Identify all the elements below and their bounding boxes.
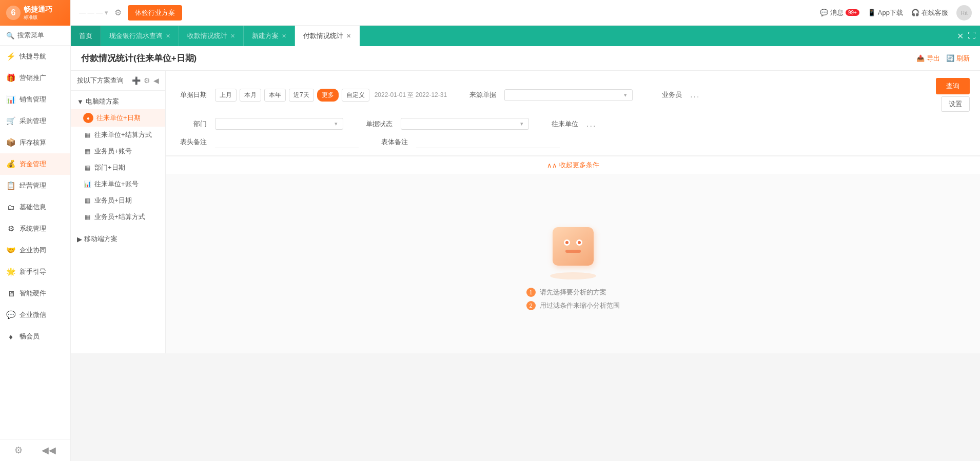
search-label: 搜索菜单 — [17, 31, 44, 40]
tab-close-all-icon[interactable]: ✕ — [957, 31, 964, 41]
tab-cashflow-close[interactable]: ✕ — [166, 33, 170, 39]
header-gear-icon[interactable]: ⚙ — [114, 8, 122, 17]
collapse-conditions-btn[interactable]: ∧∧ 收起更多条件 — [166, 156, 980, 174]
empty-tip-2: 2 用过滤条件来缩小分析范围 — [526, 301, 620, 310]
scheme-staff-date[interactable]: ▦ 业务员+日期 — [71, 192, 165, 209]
tab-collection-close[interactable]: ✕ — [230, 33, 235, 39]
mobile-group-title[interactable]: ▶ 移动端方案 — [71, 231, 165, 247]
settings-btn[interactable]: 设置 — [941, 96, 970, 112]
data-section: 1 请先选择要分析的方案 2 用过滤条件来缩小分析范围 — [166, 174, 980, 353]
logo-text: 畅捷通巧 标准版 — [24, 5, 52, 21]
tab-cashflow-label: 现金银行流水查询 — [109, 31, 163, 41]
header-note-input[interactable] — [215, 136, 359, 148]
messages-btn[interactable]: 💬 消息 99+ — [820, 8, 859, 17]
refresh-icon: 🔄 — [946, 54, 954, 62]
settings-footer-icon[interactable]: ⚙ — [14, 445, 23, 456]
robot-mouth — [565, 250, 581, 253]
sidebar-item-corp[interactable]: 🤝 企业协同 — [0, 239, 70, 261]
scheme-unit-account-label: 往来单位+账号 — [94, 179, 139, 189]
sidebar-item-hardware[interactable]: 🖥 智能硬件 — [0, 283, 70, 304]
dept-label: 部门 — [176, 119, 207, 129]
sidebar-item-basic[interactable]: 🗂 基础信息 — [0, 196, 70, 218]
date-btn-this-month[interactable]: 本月 — [240, 89, 261, 102]
date-btn-7days[interactable]: 近7天 — [289, 89, 314, 102]
inventory-label: 库存核算 — [19, 138, 46, 147]
breadcrumb: — — — ▾ — [79, 9, 108, 16]
tab-collection[interactable]: 收款情况统计 ✕ — [179, 26, 244, 46]
sidebar-item-system[interactable]: ⚙ 系统管理 — [0, 218, 70, 239]
breadcrumb-chevron[interactable]: ▾ — [105, 9, 108, 16]
breadcrumb-path: — — — — [79, 9, 103, 16]
unit-dots-btn[interactable]: ... — [586, 119, 596, 129]
date-btn-custom[interactable]: 自定义 — [342, 89, 369, 102]
app-download-btn[interactable]: 📱 App下载 — [868, 8, 903, 17]
tab-payment-stats-close[interactable]: ✕ — [346, 33, 351, 39]
date-btn-more[interactable]: 更多 — [317, 89, 339, 102]
date-btn-this-year[interactable]: 本年 — [264, 89, 286, 102]
tab-controls: ✕ ⛶ — [953, 31, 980, 41]
sidebar-item-wechat[interactable]: 💬 企业微信 — [0, 304, 70, 326]
page-title-bar: 付款情况统计(往来单位+日期) 📤 导出 🔄 刷新 — [71, 46, 980, 71]
tab-cashflow[interactable]: 现金银行流水查询 ✕ — [101, 26, 179, 46]
sidebar-item-inventory[interactable]: 📦 库存核算 — [0, 132, 70, 153]
mobile-scheme-group: ▶ 移动端方案 — [71, 228, 165, 250]
tab-home[interactable]: 首页 — [71, 26, 101, 46]
basic-icon: 🗂 — [6, 203, 15, 212]
content-layout: 按以下方案查询 ➕ ⚙ ◀ ▼ 电脑端方案 ● 往来单位+日期 — [71, 71, 980, 353]
tip-text-2: 用过滤条件来缩小分析范围 — [540, 301, 620, 310]
export-label: 导出 — [927, 54, 940, 63]
sidebar-item-purchase[interactable]: 🛒 采购管理 — [0, 110, 70, 132]
guide-label: 新手引导 — [19, 267, 46, 276]
add-scheme-btn[interactable]: ➕ — [132, 76, 141, 85]
search-menu[interactable]: 🔍 搜索菜单 — [0, 26, 70, 46]
logo-icon: 6 — [6, 6, 21, 20]
status-select[interactable] — [401, 118, 529, 130]
scheme-collapse-btn[interactable]: ◀ — [153, 76, 159, 85]
scheme-unit-account[interactable]: 📊 往来单位+账号 — [71, 176, 165, 192]
sidebar-item-operation[interactable]: 📋 经营管理 — [0, 175, 70, 196]
sidebar-item-marketing[interactable]: 🎁 营销推广 — [0, 67, 70, 89]
refresh-btn[interactable]: 🔄 刷新 — [946, 54, 970, 63]
collapse-label: 收起更多条件 — [559, 161, 599, 170]
unit-label: 往来单位 — [547, 119, 578, 129]
desktop-scheme-group: ▼ 电脑端方案 ● 往来单位+日期 ▦ 往来单位+结算方式 ▦ 业务员+账号 — [71, 91, 165, 228]
scheme-staff-account[interactable]: ▦ 业务员+账号 — [71, 143, 165, 159]
sidebar-item-guide[interactable]: 🌟 新手引导 — [0, 261, 70, 283]
staff-dots-btn[interactable]: ... — [690, 90, 700, 99]
scheme-dept-date[interactable]: ▦ 部门+日期 — [71, 159, 165, 176]
export-btn[interactable]: 📤 导出 — [916, 54, 940, 63]
scheme-unit-date[interactable]: ● 往来单位+日期 — [71, 109, 165, 127]
tab-payment-stats[interactable]: 付款情况统计 ✕ — [295, 26, 360, 46]
sidebar-item-member[interactable]: ♦ 畅会员 — [0, 326, 70, 347]
shortcut-icon: ⚡ — [6, 52, 15, 61]
tab-new-scheme[interactable]: 新建方案 ✕ — [244, 26, 295, 46]
filter-section: 单据日期 上月 本月 本年 近7天 更多 自定义 2022-01-01 至 20… — [166, 71, 980, 174]
inventory-icon: 📦 — [6, 138, 15, 147]
collapse-sidebar-icon[interactable]: ◀◀ — [42, 445, 56, 456]
query-btn[interactable]: 查询 — [936, 78, 970, 94]
guide-icon: 🌟 — [6, 267, 15, 276]
trial-btn[interactable]: 体验行业方案 — [128, 5, 182, 21]
corp-icon: 🤝 — [6, 246, 15, 255]
scheme-settings-btn[interactable]: ⚙ — [144, 76, 150, 85]
tab-collection-label: 收款情况统计 — [187, 31, 227, 41]
sidebar-item-capital[interactable]: 💰 资金管理 — [0, 153, 70, 175]
source-select[interactable] — [504, 89, 633, 101]
scheme-staff-settle[interactable]: ▦ 业务员+结算方式 — [71, 209, 165, 225]
online-service-btn[interactable]: 🎧 在线客服 — [911, 8, 948, 17]
scheme-unit-settle[interactable]: ▦ 往来单位+结算方式 — [71, 127, 165, 143]
dept-select[interactable] — [215, 118, 343, 130]
sidebar-item-sales[interactable]: 📊 销售管理 — [0, 89, 70, 110]
body-note-input[interactable] — [416, 136, 560, 148]
date-btn-last-month[interactable]: 上月 — [215, 89, 237, 102]
user-avatar[interactable]: Rit — [956, 5, 972, 21]
left-scheme-panel: 按以下方案查询 ➕ ⚙ ◀ ▼ 电脑端方案 ● 往来单位+日期 — [71, 71, 166, 353]
scheme-staff-date-label: 业务员+日期 — [94, 196, 132, 205]
sidebar-item-shortcut[interactable]: ⚡ 快捷导航 — [0, 46, 70, 67]
tab-new-scheme-close[interactable]: ✕ — [282, 33, 286, 39]
tab-maximize-icon[interactable]: ⛶ — [968, 31, 976, 41]
active-dot-icon: ● — [83, 113, 93, 123]
page-title: 付款情况统计(往来单位+日期) — [81, 52, 197, 64]
phone-icon: 📱 — [868, 9, 876, 16]
desktop-group-title[interactable]: ▼ 电脑端方案 — [71, 94, 165, 109]
